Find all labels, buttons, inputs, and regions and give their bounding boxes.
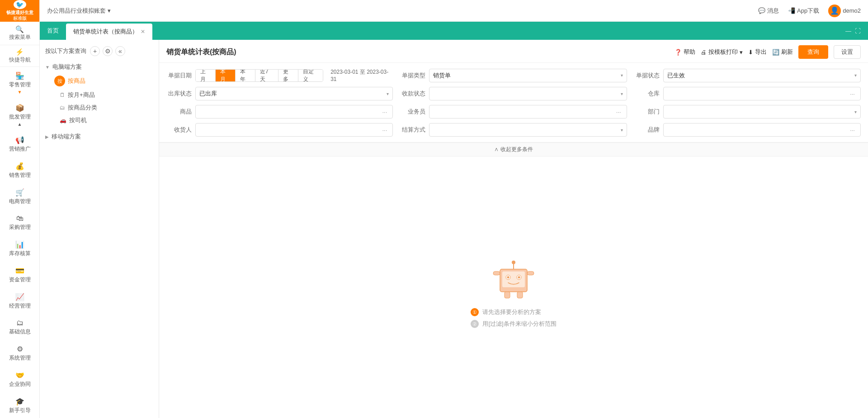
page-title: 销货单统计表(按商品) bbox=[166, 48, 236, 57]
sidebar-item-newuser[interactable]: 🎓 新手引导 bbox=[0, 393, 39, 418]
sidebar-item-marketing[interactable]: 📢 营销推广 bbox=[0, 131, 39, 157]
department-chevron: ▾ bbox=[854, 109, 857, 114]
collapse-panel-button[interactable]: « bbox=[115, 46, 125, 56]
filter-warehouse: 仓库 ··· bbox=[634, 87, 861, 100]
date-tab-thisyear[interactable]: 本年 bbox=[236, 70, 255, 81]
newuser-icon: 🎓 bbox=[15, 397, 24, 406]
date-tab-custom[interactable]: 自定义 bbox=[298, 70, 323, 81]
logo[interactable]: 🐦 畅捷通好生意 标准版 bbox=[0, 0, 39, 22]
help-button[interactable]: ❓ 帮助 bbox=[675, 48, 695, 56]
filter-product: 商品 ··· bbox=[166, 105, 393, 119]
product-label: 商品 bbox=[166, 108, 192, 116]
pc-scheme-parent[interactable]: ▼ 电脑端方案 bbox=[40, 61, 159, 73]
scheme-by-product[interactable]: 按 按商品 bbox=[40, 73, 159, 89]
inventory-icon: 📊 bbox=[15, 240, 24, 249]
scheme-by-product-icon: 按 bbox=[54, 76, 65, 86]
sidebar-item-wholesale[interactable]: 📦 批发管理 ▲ bbox=[0, 99, 39, 131]
svg-point-5 bbox=[518, 276, 520, 279]
date-tab-thismonth[interactable]: 本月 bbox=[216, 70, 236, 81]
warehouse-dots[interactable]: ··· bbox=[848, 90, 857, 97]
data-area: ① 请先选择要分析的方案 ② 用[过滤]条件来缩小分析范围 bbox=[159, 157, 868, 418]
ecommerce-icon: 🛒 bbox=[15, 188, 24, 197]
doc-status-value: 已生效 bbox=[667, 71, 685, 80]
search-label: 搜索菜单 bbox=[9, 34, 31, 40]
industry-selector[interactable]: 办公用品行业模拟账套 ▾ bbox=[47, 7, 111, 15]
salesperson-control[interactable]: ··· bbox=[429, 105, 627, 119]
doc-type-chevron: ▾ bbox=[621, 73, 623, 78]
sidebar-quick-nav[interactable]: ⚡ 快捷导航 bbox=[0, 45, 39, 67]
sidebar-item-purchase[interactable]: 🛍 采购管理 bbox=[0, 210, 39, 236]
top-header: 办公用品行业模拟账套 ▾ 💬 消息 📲 App下载 👤 demo2 bbox=[40, 0, 868, 22]
logo-sub: 标准版 bbox=[13, 15, 27, 22]
settings-scheme-button[interactable]: ⚙ bbox=[103, 46, 113, 56]
product-control[interactable]: ··· bbox=[195, 105, 393, 119]
collapse-conditions-bar[interactable]: ∧ 收起更多条件 bbox=[159, 142, 868, 157]
scheme-by-category[interactable]: 🗂 按商品分类 bbox=[40, 101, 159, 114]
date-tab-last7[interactable]: 近7天 bbox=[255, 70, 278, 81]
industry-name: 办公用品行业模拟账套 bbox=[47, 7, 106, 15]
tab-home[interactable]: 首页 bbox=[40, 22, 66, 40]
sidebar-item-ecommerce[interactable]: 🛒 电商管理 bbox=[0, 184, 39, 210]
receiver-control[interactable]: ··· bbox=[195, 123, 393, 137]
mobile-scheme-group: ▶ 移动端方案 bbox=[40, 128, 159, 145]
print-template-button[interactable]: 🖨 按模板打印 ▾ bbox=[701, 48, 743, 56]
settings-button[interactable]: 设置 bbox=[834, 45, 861, 59]
svg-rect-11 bbox=[517, 292, 523, 298]
message-icon: 💬 bbox=[758, 7, 765, 14]
product-dots[interactable]: ··· bbox=[380, 109, 389, 115]
sidebar-item-sales[interactable]: 💰 销售管理 bbox=[0, 157, 39, 184]
logo-text: 畅捷通好生意 bbox=[6, 10, 33, 15]
tab-sales-stat[interactable]: 销货单统计表（按商品） ✕ bbox=[66, 24, 152, 40]
doc-type-control[interactable]: 销货单 ▾ bbox=[429, 69, 627, 82]
department-control[interactable]: ▾ bbox=[663, 105, 861, 119]
date-tab-lastmonth[interactable]: 上月 bbox=[196, 70, 216, 81]
sales-icon: 💰 bbox=[15, 162, 24, 171]
tab-maximize-icon[interactable]: ⛶ bbox=[855, 28, 861, 34]
scheme-by-month-product[interactable]: 🗒 按月+商品 bbox=[40, 89, 159, 101]
tab-close-icon[interactable]: ✕ bbox=[141, 28, 145, 35]
date-label: 单据日期 bbox=[166, 71, 192, 80]
receiver-dots[interactable]: ··· bbox=[380, 127, 389, 133]
svg-rect-1 bbox=[502, 271, 525, 287]
svg-point-3 bbox=[507, 276, 509, 279]
scheme-by-driver[interactable]: 🚗 按司机 bbox=[40, 114, 159, 127]
export-button[interactable]: ⬇ 导出 bbox=[748, 48, 767, 56]
sidebar-item-operations[interactable]: 📈 经营管理 bbox=[0, 288, 39, 314]
month-product-icon: 🗒 bbox=[60, 92, 65, 98]
brand-control[interactable]: ··· bbox=[663, 123, 861, 137]
doc-status-control[interactable]: 已生效 ▾ bbox=[663, 69, 861, 82]
sidebar-item-basic[interactable]: 🗂 基础信息 bbox=[0, 314, 39, 340]
tip1-num: ① bbox=[471, 308, 479, 316]
tab-minimize-icon[interactable]: — bbox=[845, 28, 851, 34]
filter-row-4: 收货人 ··· 结算方式 ▾ 品牌 bbox=[166, 123, 861, 137]
sidebar-search[interactable]: 🔍 搜索菜单 bbox=[0, 22, 39, 45]
add-scheme-button[interactable]: + bbox=[90, 46, 100, 56]
date-tab-more[interactable]: 更多 bbox=[278, 70, 298, 81]
payment-method-control[interactable]: ▾ bbox=[429, 123, 627, 137]
empty-text: ① 请先选择要分析的方案 ② 用[过滤]条件来缩小分析范围 bbox=[471, 308, 556, 328]
user-profile[interactable]: 👤 demo2 bbox=[828, 5, 861, 17]
empty-tip-2: ② 用[过滤]条件来缩小分析范围 bbox=[471, 320, 556, 328]
mobile-scheme-parent[interactable]: ▶ 移动端方案 bbox=[40, 130, 159, 143]
message-button[interactable]: 💬 消息 bbox=[758, 7, 779, 15]
sidebar-item-retail[interactable]: 🏪 零售管理 ▼ bbox=[0, 67, 39, 99]
payment-method-label: 结算方式 bbox=[400, 126, 425, 134]
wholesale-icon: 📦 bbox=[15, 104, 24, 112]
finance-icon: 💳 bbox=[15, 266, 24, 275]
out-status-control[interactable]: 已出库 ▾ bbox=[195, 87, 393, 100]
sidebar-item-system[interactable]: ⚙ 系统管理 bbox=[0, 340, 39, 366]
warehouse-control[interactable]: ··· bbox=[663, 87, 861, 100]
brand-dots[interactable]: ··· bbox=[848, 127, 857, 133]
sidebar-item-enterprise[interactable]: 🤝 企业协同 bbox=[0, 366, 39, 393]
print-icon: 🖨 bbox=[701, 49, 707, 56]
query-button[interactable]: 查询 bbox=[798, 45, 828, 59]
refresh-button[interactable]: 🔄 刷新 bbox=[772, 48, 793, 56]
collection-status-control[interactable]: ▾ bbox=[429, 87, 627, 100]
empty-state: ① 请先选择要分析的方案 ② 用[过滤]条件来缩小分析范围 bbox=[471, 247, 556, 328]
app-download-button[interactable]: 📲 App下载 bbox=[788, 7, 819, 15]
scheme-by-driver-label: 按司机 bbox=[69, 116, 87, 124]
sidebar-item-finance[interactable]: 💳 资金管理 bbox=[0, 262, 39, 288]
sidebar-item-inventory[interactable]: 📊 库存核算 bbox=[0, 236, 39, 262]
salesperson-dots[interactable]: ··· bbox=[614, 109, 623, 115]
filter-doc-type: 单据类型 销货单 ▾ bbox=[400, 69, 627, 82]
